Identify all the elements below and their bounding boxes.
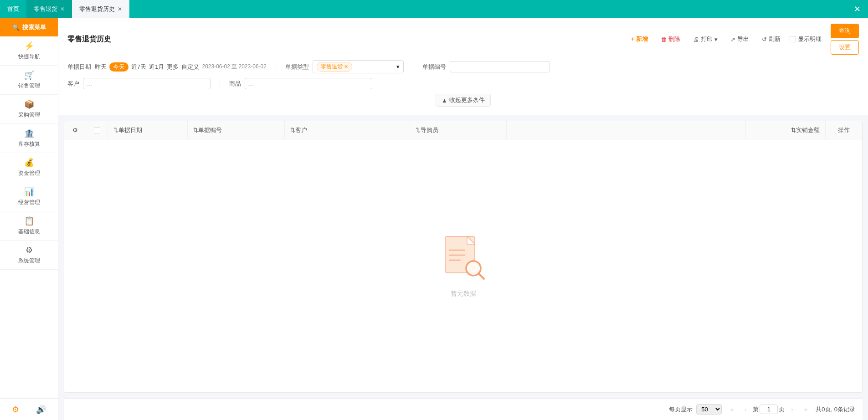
sidebar-item-purchase-mgmt-label: 采购管理	[18, 111, 40, 119]
page-title-row: 零售退货历史 + 新增 🗑 删除 🖨 打印 ▾ ↗	[67, 24, 859, 55]
settings-bottom-icon[interactable]: ⚙	[12, 405, 19, 415]
tab-retail-return[interactable]: 零售退货 ✕	[26, 0, 72, 18]
shortcut-more[interactable]: 更多	[167, 63, 179, 71]
tab-retail-return-label: 零售退货	[34, 5, 57, 13]
content-area: 零售退货历史 + 新增 🗑 删除 🖨 打印 ▾ ↗	[58, 18, 868, 420]
th-guide-label: 导购员	[421, 126, 438, 134]
page-label: 第	[753, 405, 759, 414]
tab-retail-return-close[interactable]: ✕	[60, 6, 65, 12]
table-header: ⚙ ⇅ 单据日期 ⇅ 单据编号 ⇅ 客户 ⇅	[64, 121, 862, 139]
query-button[interactable]: 查询	[831, 24, 859, 38]
sidebar-bottom: ⚙ 🔊	[0, 398, 58, 420]
collapse-row: ▲ 收起更多条件	[67, 94, 859, 115]
th-checkbox[interactable]	[86, 121, 108, 139]
bill-number-input[interactable]	[450, 61, 550, 72]
display-toggle-label: 显示明细	[798, 35, 822, 43]
select-all-checkbox[interactable]	[94, 127, 100, 133]
bill-date-label: 单据日期	[67, 63, 91, 71]
total-info: 共0页, 0条记录	[816, 405, 855, 414]
sidebar-item-basic-info[interactable]: 📋 基础信息	[0, 211, 58, 241]
display-toggle[interactable]: 显示明细	[790, 35, 822, 43]
refresh-button[interactable]: ↺ 刷新	[758, 33, 784, 45]
customer-label: 客户	[67, 80, 79, 88]
empty-text: 暂无数据	[451, 290, 476, 298]
page-header: 零售退货历史 + 新增 🗑 删除 🖨 打印 ▾ ↗	[58, 18, 868, 115]
sidebar-menu: ⚡ 快捷导航 🛒 销售管理 📦 采购管理 🏦 库存核算 💰 资金管理 📊	[0, 36, 58, 398]
finance-icon: 💰	[24, 158, 34, 168]
speaker-icon[interactable]: 🔊	[36, 405, 46, 415]
operation-icon: 📊	[24, 187, 34, 197]
page-last-button[interactable]: »	[799, 403, 812, 416]
sidebar-item-quick-nav[interactable]: ⚡ 快捷导航	[0, 36, 58, 66]
system-icon: ⚙	[26, 245, 33, 255]
shortcut-yesterday[interactable]: 昨天	[95, 63, 107, 71]
sidebar-item-operation[interactable]: 📊 经营管理	[0, 182, 58, 211]
page-prev-button[interactable]: ‹	[739, 403, 752, 416]
th-guide-sort-icon: ⇅	[416, 127, 421, 133]
bill-number-label: 单据编号	[422, 63, 446, 71]
sidebar-item-basic-info-label: 基础信息	[18, 228, 40, 236]
shortcut-last1month[interactable]: 近1月	[149, 63, 164, 71]
customer-input[interactable]: ...	[83, 78, 211, 89]
page-first-button[interactable]: «	[725, 403, 738, 416]
th-bill-number-sort-icon: ⇅	[193, 127, 198, 133]
delete-button[interactable]: 🗑 删除	[657, 33, 684, 45]
goods-input[interactable]: ...	[245, 78, 372, 89]
th-bill-number-label: 单据编号	[198, 126, 222, 134]
sidebar-item-purchase-mgmt[interactable]: 📦 采购管理	[0, 95, 58, 124]
page-number-input[interactable]	[760, 405, 778, 414]
goods-label: 商品	[229, 80, 241, 88]
sidebar-item-sales-mgmt[interactable]: 🛒 销售管理	[0, 66, 58, 95]
export-icon: ↗	[730, 36, 735, 43]
th-bill-date: ⇅ 单据日期	[108, 121, 188, 139]
sidebar-item-finance[interactable]: 💰 资金管理	[0, 153, 58, 182]
table-area: ⚙ ⇅ 单据日期 ⇅ 单据编号 ⇅ 客户 ⇅	[64, 121, 863, 393]
goods-placeholder: ...	[249, 80, 254, 87]
tab-home[interactable]: 首页	[0, 0, 26, 18]
customer-placeholder: ...	[87, 80, 92, 87]
empty-illustration	[438, 234, 488, 284]
tab-retail-return-history-close[interactable]: ✕	[118, 6, 122, 12]
add-button[interactable]: + 新增	[627, 33, 652, 45]
pagination-bar: 每页显示 50 10 20 100 « ‹ 第 页 › » 共0页, 0条记录	[64, 398, 863, 420]
bill-type-tag-close[interactable]: ✕	[344, 64, 348, 70]
date-range-display: 2023-06-02 至 2023-06-02	[202, 63, 266, 71]
settings-button[interactable]: 设置	[831, 40, 859, 55]
th-customer-sort-icon: ⇅	[290, 127, 295, 133]
page-next-button[interactable]: ›	[786, 403, 798, 416]
svg-line-6	[478, 273, 484, 279]
th-customer: ⇅ 客户	[285, 121, 410, 139]
print-button[interactable]: 🖨 打印 ▾	[689, 33, 721, 45]
refresh-icon: ↺	[762, 36, 767, 43]
bill-type-select[interactable]: 零售退货 ✕ ▾	[313, 60, 404, 73]
top-bar: 首页 零售退货 ✕ 零售退货历史 ✕ ✕	[0, 0, 868, 18]
sidebar-item-system-mgmt[interactable]: ⚙ 系统管理	[0, 241, 58, 270]
quick-nav-icon: ⚡	[24, 41, 34, 51]
shortcut-last7days[interactable]: 近7天	[131, 63, 146, 71]
page-size-select[interactable]: 50 10 20 100	[696, 404, 722, 415]
window-close-button[interactable]: ✕	[854, 4, 868, 14]
filter-row-1: 单据日期 昨天 今天 近7天 近1月 更多 自定义 2023-06-02 至 2…	[67, 60, 859, 73]
th-amount-sort-icon: ⇅	[791, 127, 796, 133]
shortcut-today[interactable]: 今天	[109, 62, 128, 72]
th-settings[interactable]: ⚙	[64, 121, 86, 139]
tab-retail-return-history[interactable]: 零售退货历史 ✕	[72, 0, 129, 18]
th-bill-date-sort-icon: ⇅	[113, 127, 118, 133]
display-checkbox[interactable]	[790, 36, 796, 42]
sidebar-search-button[interactable]: 🔍 搜索菜单	[0, 18, 58, 36]
sidebar-item-system-mgmt-label: 系统管理	[18, 257, 40, 265]
page-size-label: 每页显示	[669, 405, 693, 414]
settings-label: 设置	[839, 44, 851, 51]
export-button[interactable]: ↗ 导出	[727, 33, 753, 45]
query-label: 查询	[839, 27, 851, 34]
tab-home-label: 首页	[7, 5, 19, 13]
collapse-button[interactable]: ▲ 收起更多条件	[436, 94, 491, 107]
bill-type-tag: 零售退货 ✕	[317, 62, 352, 72]
print-dropdown-icon: ▾	[714, 36, 718, 43]
column-settings-icon[interactable]: ⚙	[72, 127, 78, 133]
delete-label: 删除	[668, 35, 680, 43]
shortcut-custom[interactable]: 自定义	[181, 63, 199, 71]
sidebar-item-inventory[interactable]: 🏦 库存核算	[0, 124, 58, 153]
th-action: 操作	[826, 121, 862, 139]
page-unit: 页	[779, 405, 785, 414]
